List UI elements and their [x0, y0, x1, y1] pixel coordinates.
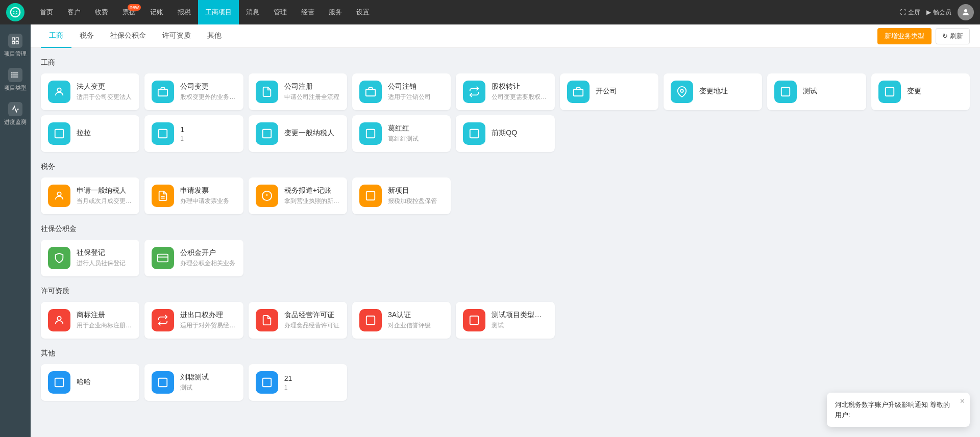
card-text: 税务报道+记账 拿到营业执照的新公司	[284, 186, 340, 205]
card-text: 前期QQ	[492, 128, 547, 139]
card-biangeng-dizhi[interactable]: 变更地址	[664, 73, 762, 110]
sidebar-item-project-manage[interactable]: 项目管理	[0, 29, 31, 63]
card-text: 变更地址	[699, 87, 755, 97]
sidebar-item-project-type[interactable]: 项目类型	[0, 63, 31, 97]
refresh-button[interactable]: ↻ 刷新	[936, 28, 970, 44]
section-title-shebao: 社保公积金	[41, 224, 970, 234]
card-icon	[152, 185, 174, 207]
card-icon	[359, 309, 382, 331]
card-text: 公司注册 申请公司注册全流程	[284, 82, 340, 101]
svg-point-9	[12, 76, 12, 77]
card-guquan-zhuanrang[interactable]: 股权转让 公司变更需要股权转让	[456, 73, 554, 110]
card-icon	[152, 247, 174, 269]
card-gongjijin-kaihu[interactable]: 公积金开户 办理公积金相关业务	[144, 240, 243, 276]
scroll-content: 工商 法人变更 适用于公司变更法人 公司变更	[31, 48, 980, 437]
card-ceshi[interactable]: 测试	[767, 73, 866, 110]
card-icon	[152, 309, 174, 331]
card-shangbiao-zhuce[interactable]: 商标注册 用于企业商标注册服务	[41, 302, 139, 339]
nav-operation[interactable]: 经营	[294, 0, 322, 24]
tab-gongshang[interactable]: 工商	[41, 24, 71, 48]
sidebar-item-progress-monitor[interactable]: 进度监测	[0, 97, 31, 131]
card-gongsi-zhuce[interactable]: 公司注册 申请公司注册全流程	[249, 73, 347, 110]
card-text: 开公司	[596, 87, 651, 97]
nav-manage[interactable]: 管理	[266, 0, 294, 24]
fullscreen-btn[interactable]: ⛶ 全屏	[900, 8, 920, 17]
card-icon	[256, 185, 278, 207]
vip-btn[interactable]: ▶ 畅会员	[926, 8, 951, 17]
card-kai-gongsi[interactable]: 开公司	[560, 73, 658, 110]
card-gongsi-zhuxiao[interactable]: 公司注销 适用于注销公司	[352, 73, 451, 110]
card-icon	[256, 81, 278, 103]
main-layout: 项目管理 项目类型 进度监测 工商 税务 社保公积金 许可资质 其他 新增业务类…	[0, 24, 980, 437]
svg-rect-29	[158, 254, 168, 262]
card-text: 新项目 报税加税控盘保管	[388, 186, 444, 205]
card-icon	[48, 122, 70, 145]
tab-xuke[interactable]: 许可资质	[154, 24, 199, 48]
card-icon	[359, 122, 382, 145]
tab-shebao[interactable]: 社保公积金	[102, 24, 154, 48]
section-title-qita: 其他	[41, 349, 970, 358]
topnav: 首页 客户 收费 票据 new 记账 报税 工商项目 消息 管理 经营 服务 设…	[0, 0, 980, 24]
card-shebao-dengji[interactable]: 社保登记 进行人员社保登记	[41, 240, 139, 276]
card-biangeng[interactable]: 变更	[871, 73, 970, 110]
card-liucong-ceshi[interactable]: 刘聪测试 测试	[144, 364, 243, 401]
nav-message[interactable]: 消息	[239, 0, 266, 24]
notification-popup: × 河北税务数字账户升级影响通知 尊敬的用户:	[827, 393, 970, 427]
card-biangeng-yiban[interactable]: 变更一般纳税人	[249, 115, 347, 152]
card-ceshi-xiangmu[interactable]: 测试项目类型目定义 测试	[456, 302, 554, 339]
nav-invoice[interactable]: 票据 new	[115, 0, 143, 24]
nav-service[interactable]: 服务	[322, 0, 349, 24]
new-type-button[interactable]: 新增业务类型	[877, 28, 932, 44]
nav-home[interactable]: 首页	[33, 0, 60, 24]
notification-text: 河北税务数字账户升级影响通知 尊敬的用户:	[835, 400, 962, 420]
content-area: 工商 税务 社保公积金 许可资质 其他 新增业务类型 ↻ 刷新 工商	[31, 24, 980, 437]
card-21[interactable]: 21 1	[249, 364, 347, 401]
nav-customer[interactable]: 客户	[60, 0, 88, 24]
nav-industry[interactable]: 工商项目	[198, 0, 239, 24]
card-icon	[463, 309, 485, 331]
card-icon	[48, 185, 70, 207]
user-avatar[interactable]	[958, 4, 974, 20]
card-1[interactable]: 1 1	[144, 115, 243, 152]
nav-bookkeeping[interactable]: 记账	[143, 0, 170, 24]
shebao-cards: 社保登记 进行人员社保登记 公积金开户 办理公积金相关业务	[41, 240, 970, 276]
svg-rect-21	[470, 130, 479, 138]
card-xin-xiangmu[interactable]: 新项目 报税加税控盘保管	[352, 177, 451, 214]
card-text: 葛红红 葛红红测试	[388, 124, 444, 143]
card-lala[interactable]: 拉拉	[41, 115, 139, 152]
app-logo[interactable]	[6, 3, 24, 21]
nav-billing[interactable]: 收费	[88, 0, 115, 24]
svg-point-22	[57, 192, 61, 196]
card-gehonghong[interactable]: 葛红红 葛红红测试	[352, 115, 451, 152]
svg-rect-28	[366, 192, 375, 200]
svg-point-14	[680, 89, 683, 92]
notification-close-btn[interactable]: ×	[960, 397, 965, 406]
card-shenqing-yiban[interactable]: 申请一般纳税人 当月或次月成变更完成	[41, 177, 139, 214]
card-text: 股权转让 公司变更需要股权转让	[492, 82, 547, 101]
card-3a-renzheng[interactable]: 3A认证 对企业信誉评级	[352, 302, 451, 339]
card-shuiwu-baodao[interactable]: 税务报道+记账 拿到营业执照的新公司	[249, 177, 347, 214]
card-icon	[359, 81, 382, 103]
svg-rect-13	[573, 89, 582, 96]
svg-rect-36	[262, 378, 271, 387]
card-jinchukouquan[interactable]: 进出口权办理 适用于对外贸易经营者	[144, 302, 243, 339]
section-title-gongshang: 工商	[41, 58, 970, 67]
nav-tax[interactable]: 报税	[170, 0, 198, 24]
svg-rect-32	[366, 316, 375, 325]
tab-shuiwu[interactable]: 税务	[71, 24, 102, 48]
card-qianqi-qq[interactable]: 前期QQ	[456, 115, 554, 152]
nav-settings[interactable]: 设置	[349, 0, 377, 24]
shuiwu-cards: 申请一般纳税人 当月或次月成变更完成 申请发票 办理申请发票业务	[41, 177, 970, 214]
tab-qita[interactable]: 其他	[199, 24, 230, 48]
card-shipin-xuke[interactable]: 食品经营许可证 办理食品经营许可证	[249, 302, 347, 339]
progress-monitor-icon	[8, 102, 22, 116]
svg-point-2	[964, 9, 967, 12]
card-icon	[463, 81, 485, 103]
card-haha[interactable]: 哈哈	[41, 364, 139, 401]
card-text: 测试项目类型目定义 测试	[492, 311, 547, 330]
card-faren-biangeng[interactable]: 法人变更 适用于公司变更法人	[41, 73, 139, 110]
card-gongsi-biangeng[interactable]: 公司变更 股权变更外的业务变更	[144, 73, 243, 110]
card-shenqing-fapiao[interactable]: 申请发票 办理申请发票业务	[144, 177, 243, 214]
svg-point-31	[57, 317, 61, 320]
gongshang-cards: 法人变更 适用于公司变更法人 公司变更 股权变更外的业务变更	[41, 73, 970, 152]
